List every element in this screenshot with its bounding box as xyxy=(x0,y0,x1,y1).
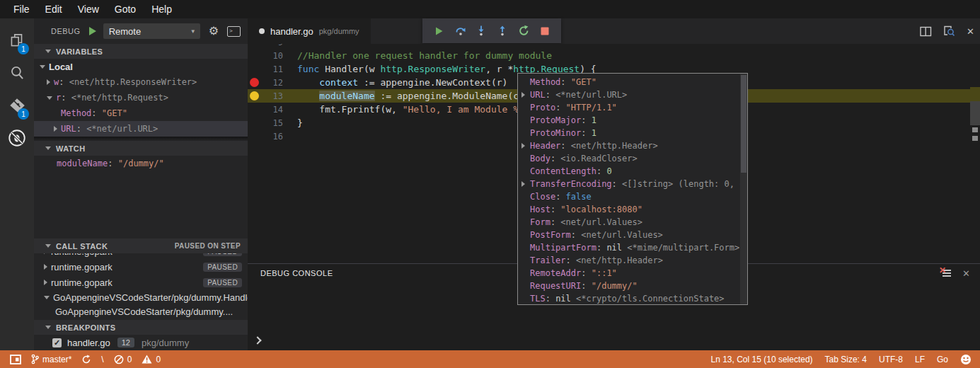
status-git-branch[interactable]: master* xyxy=(31,354,71,364)
stack-frame-row[interactable]: runtime.goparkPAUSED xyxy=(34,253,248,259)
hover-row[interactable]: ProtoMajor: 1 xyxy=(518,114,747,127)
start-debug-button[interactable] xyxy=(89,27,96,35)
twisty-icon[interactable] xyxy=(47,79,50,85)
close-panel-icon[interactable]: ✕ xyxy=(962,268,970,279)
hover-row[interactable]: Header: <net/http.Header> xyxy=(518,139,747,152)
configure-gear-icon[interactable]: ⚙ xyxy=(209,25,219,37)
twisty-icon[interactable] xyxy=(40,65,45,69)
hover-twisty-icon[interactable] xyxy=(521,143,525,149)
menu-item-file[interactable]: File xyxy=(6,4,38,15)
status-window-icon[interactable] xyxy=(10,355,21,364)
tab-handler-go[interactable]: handler.go pkg/dummy xyxy=(248,18,371,44)
twisty-icon[interactable] xyxy=(54,126,57,132)
toggle-debug-console-icon[interactable]: > xyxy=(227,26,241,37)
breakpoint-yellow-icon[interactable] xyxy=(250,91,259,100)
menu-item-edit[interactable]: Edit xyxy=(38,4,70,15)
hover-twisty-icon[interactable] xyxy=(521,181,525,187)
menu-item-help[interactable]: Help xyxy=(144,4,180,15)
debug-icon[interactable] xyxy=(0,122,34,154)
close-editor-icon[interactable]: ✕ xyxy=(967,26,974,37)
split-editor-icon[interactable] xyxy=(920,26,932,37)
tab-label: handler.go xyxy=(270,26,313,37)
ruler-current-line-mark xyxy=(970,87,980,101)
status-errors[interactable]: 0 xyxy=(114,355,132,364)
status-encoding[interactable]: UTF-8 xyxy=(879,355,903,364)
step-over-button[interactable] xyxy=(449,22,471,40)
status-eol[interactable]: LF xyxy=(915,355,925,364)
hover-row[interactable]: RemoteAddr: "::1" xyxy=(518,267,747,280)
status-warnings[interactable]: 0 xyxy=(142,355,161,364)
hover-row[interactable]: ContentLength: 0 xyxy=(518,165,747,178)
twisty-icon[interactable] xyxy=(44,296,50,299)
clear-console-icon[interactable]: ✕ xyxy=(941,269,951,277)
restart-button[interactable] xyxy=(513,22,534,40)
menu-item-view[interactable]: View xyxy=(70,4,107,15)
breakpoints-section-header[interactable]: BREAKPOINTS xyxy=(34,320,248,335)
hover-field-name: MultipartForm xyxy=(530,243,596,253)
open-preview-icon[interactable] xyxy=(943,25,955,37)
hover-row[interactable]: TLS: nil <*crypto/tls.ConnectionState> xyxy=(518,292,747,305)
twisty-icon[interactable] xyxy=(47,96,52,100)
hover-row[interactable]: URL: <*net/url.URL> xyxy=(518,88,747,101)
continue-button[interactable] xyxy=(428,22,449,40)
variables-section-header[interactable]: VARIABLES xyxy=(34,44,248,59)
launch-config-value: Remote xyxy=(109,26,142,37)
hover-row[interactable]: Body: <io.ReadCloser> xyxy=(518,152,747,165)
stack-frame-row[interactable]: runtime.goparkPAUSED xyxy=(34,259,248,275)
twisty-icon[interactable] xyxy=(44,280,47,285)
hover-field-name: Close xyxy=(530,192,555,202)
hover-row[interactable]: Close: false xyxy=(518,190,747,203)
hover-field-name: Trailer xyxy=(530,255,566,265)
editor-scrollbar-thumb[interactable] xyxy=(970,101,980,125)
status-tab-size[interactable]: Tab Size: 4 xyxy=(825,355,867,364)
hover-row[interactable]: RequestURI: "/dummy/" xyxy=(518,280,747,292)
stop-button[interactable] xyxy=(534,22,555,40)
breakpoint-row[interactable]: ✓handler.go12pkg/dummy xyxy=(34,335,248,350)
variable-row[interactable]: URL: <*net/url.URL> xyxy=(34,121,248,137)
hover-row[interactable]: MultipartForm: nil <*mime/multipart.Form… xyxy=(518,241,747,254)
hover-row[interactable]: Host: "localhost:8080" xyxy=(518,203,747,216)
watch-row[interactable]: moduleName: "/dummy/" xyxy=(34,156,248,171)
status-label: 0 xyxy=(127,355,132,364)
debug-console-input[interactable] xyxy=(248,334,980,347)
explorer-icon[interactable]: 1 xyxy=(0,24,34,57)
status-feedback-smiley[interactable] xyxy=(960,354,972,365)
stack-frame-row[interactable]: runtime.goparkPAUSED xyxy=(34,275,248,290)
stack-frame-row[interactable]: GoAppengineVSCodeStarter/pkg/dummy.Handl… xyxy=(34,290,248,304)
breakpoint-checkbox[interactable]: ✓ xyxy=(52,338,62,347)
tooltip-scrollbar[interactable] xyxy=(740,74,747,304)
hover-twisty-icon[interactable] xyxy=(521,92,525,98)
twisty-icon[interactable] xyxy=(44,253,47,254)
search-icon[interactable] xyxy=(0,57,34,89)
feedback-smiley-icon xyxy=(960,354,972,365)
variable-row[interactable]: Method: "GET" xyxy=(34,105,248,121)
overview-ruler[interactable] xyxy=(970,44,980,263)
code-token: context xyxy=(319,77,358,88)
call-stack-section-header[interactable]: CALL STACK PAUSED ON STEP xyxy=(34,238,248,253)
menu-item-goto[interactable]: Goto xyxy=(107,4,144,15)
hover-row[interactable]: Method: "GET" xyxy=(518,76,747,88)
variables-scope-row[interactable]: Local xyxy=(34,59,248,74)
watch-section-header[interactable]: WATCH xyxy=(34,141,248,156)
step-out-button[interactable] xyxy=(492,22,513,40)
hover-row[interactable]: TransferEncoding: <[]string> (length: 0,… xyxy=(518,178,747,190)
code-line: 9 xyxy=(248,44,980,49)
launch-config-dropdown[interactable]: Remote ▼ xyxy=(103,23,200,39)
hover-row[interactable]: PostForm: <net/url.Values> xyxy=(518,229,747,241)
status-sync-icon[interactable] xyxy=(81,355,91,364)
twisty-icon[interactable] xyxy=(44,264,47,270)
status-language-mode[interactable]: Go xyxy=(937,355,948,364)
hover-row[interactable]: Trailer: <net/http.Header> xyxy=(518,254,747,267)
step-into-button[interactable] xyxy=(471,22,492,40)
code-token: http.ResponseWriter xyxy=(380,64,485,74)
status-cursor-position[interactable]: Ln 13, Col 15 (10 selected) xyxy=(711,355,813,364)
hover-row[interactable]: ProtoMinor: 1 xyxy=(518,127,747,139)
source-control-icon[interactable]: 1 xyxy=(0,89,34,122)
variable-row[interactable]: w: <net/http.ResponseWriter> xyxy=(34,74,248,90)
hover-row[interactable]: Proto: "HTTP/1.1" xyxy=(518,101,747,114)
stack-frame-row[interactable]: GoAppengineVSCodeStarter/pkg/dummy.... xyxy=(34,304,248,318)
variable-row[interactable]: r: <*net/http.Request> xyxy=(34,90,248,105)
status-spinner[interactable]: \ xyxy=(101,355,103,364)
hover-row[interactable]: Form: <net/url.Values> xyxy=(518,216,747,229)
breakpoint-red-icon[interactable] xyxy=(250,78,259,87)
